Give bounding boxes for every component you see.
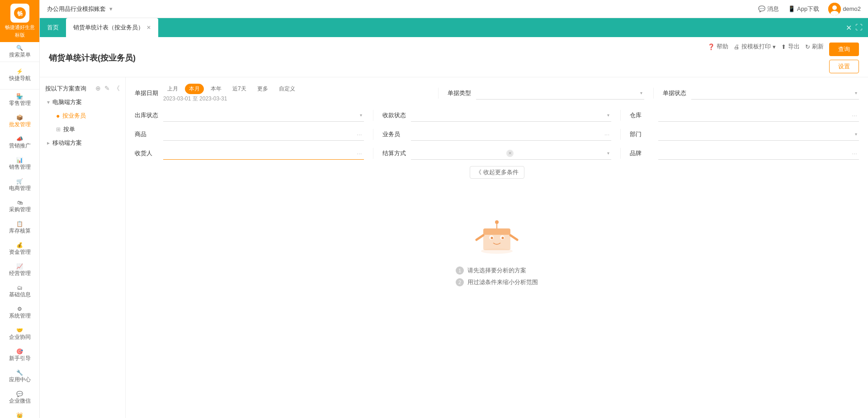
print-dropdown-icon: ▾ [773,43,776,50]
warehouse-select[interactable]: ··· [658,109,859,122]
tree-item-order-label: 按单 [63,125,75,133]
settle-clear-btn[interactable]: ✕ [506,150,514,157]
sidebar-item-label: 营销推广 [9,142,31,150]
sidebar-item-appcenter[interactable]: 🔧 应用中心 [0,366,39,387]
add-scheme-icon[interactable]: ⊕ [95,85,101,93]
sidebar-item-collab[interactable]: 🤝 企业协同 [0,323,39,345]
query-button[interactable]: 查询 [829,43,859,56]
sidebar-item-inventory[interactable]: 📋 库存核算 [0,217,39,238]
workwechat-icon: 💬 [16,391,23,397]
sidebar-item-ops[interactable]: 📈 经营管理 [0,260,39,281]
message-btn[interactable]: 💬 消息 [758,5,779,13]
template-print-label: 按模板打印 [741,43,771,51]
date-btn-thismonth[interactable]: 本月 [185,84,204,94]
topbar: 办公用品行业模拟账套 ▾ 💬 消息 📱 App下载 demo2 [40,0,868,18]
filter-salesperson: 业务员 ··· [382,128,612,141]
tree-children-pc: ● 按业务员 ⊞ 按单 [40,109,125,136]
sidebar-item-basicinfo[interactable]: 🗂 基础信息 [0,281,39,302]
receiver-dots[interactable]: ··· [357,150,362,157]
sidebar-item-member[interactable]: 👑 畅会员 [0,408,39,418]
sidebar-item-label: 零售管理 [9,100,31,107]
sidebar-item-search[interactable]: 🔍 搜索菜单 [0,42,39,62]
settings-button[interactable]: 设置 [829,60,859,73]
salesperson-dots[interactable]: ··· [604,131,610,138]
receiver-select[interactable]: ··· [163,147,364,160]
sidebar-item-workwechat[interactable]: 💬 企业微信 [0,387,39,408]
tabbar-actions: ✕ ⛶ [846,24,868,32]
sidebar-item-purchase[interactable]: 🛍 采购管理 [0,196,39,217]
tab-report[interactable]: 销货单统计表（按业务员） ✕ [66,18,158,37]
tree-item-by-salesperson[interactable]: ● 按业务员 [52,109,125,123]
filter-docstatus: 单据状态 [663,87,859,100]
tree-item-by-order[interactable]: ⊞ 按单 [52,123,125,136]
dept-label: 部门 [630,130,655,138]
logo-subtext: 标版 [15,32,25,38]
tree-item-mobile-label: 移动端方案 [52,139,82,147]
sidebar-item-sales[interactable]: 📊 销售管理 [0,153,39,175]
filter-row-1: 单据日期 上月 本月 本年 近7天 更多 自定义 2023-03-01 至 20… [135,84,859,103]
sidebar-item-system[interactable]: ⚙ 系统管理 [0,302,39,323]
svg-point-3 [832,5,837,10]
edit-scheme-icon[interactable]: ✎ [104,85,110,93]
app-download-btn[interactable]: 📱 App下载 [788,5,819,13]
receiptstatus-select[interactable] [411,109,612,122]
salesperson-select[interactable]: ··· [411,128,612,141]
dept-select[interactable] [658,128,859,141]
topbar-right: 💬 消息 📱 App下载 demo2 [758,3,861,15]
date-btn-thisyear[interactable]: 本年 [207,84,226,94]
tab-close-icon[interactable]: ✕ [146,24,151,31]
sidebar-logo[interactable]: 畅 畅捷通好生意 标版 [0,0,39,42]
maximize-btn[interactable]: ⛶ [855,24,863,32]
tabbar: 首页 销货单统计表（按业务员） ✕ ✕ ⛶ [40,18,868,37]
basicinfo-icon: 🗂 [17,285,23,291]
date-btn-lastmonth[interactable]: 上月 [163,84,182,94]
date-label: 单据日期 [135,89,160,97]
settle-select[interactable]: ✕ [411,147,612,160]
finance-icon: 💰 [16,242,23,248]
close-tab-btn[interactable]: ✕ [846,24,852,32]
doctype-select[interactable] [476,87,644,100]
current-company[interactable]: 办公用品行业模拟账套 [47,5,106,13]
tree-expand-mobile-icon: ▸ [47,140,50,146]
refresh-btn[interactable]: ↻ 刷新 [805,43,824,51]
brand-dots[interactable]: ··· [852,150,857,157]
export-btn[interactable]: ⬆ 导出 [781,43,800,51]
page-action-col: 查询 设置 [829,43,859,73]
left-panel-icons: ⊕ ✎ [95,85,120,93]
goods-dots[interactable]: ··· [357,131,362,138]
date-btn-custom[interactable]: 自定义 [275,84,299,94]
template-print-btn[interactable]: 🖨 按模板打印 ▾ [734,43,776,51]
goods-select[interactable]: ··· [163,128,364,141]
outstatus-select[interactable] [163,109,364,122]
tree-item-pc[interactable]: ▾ 电脑端方案 [40,95,125,109]
sidebar-item-retail[interactable]: 🏪 零售管理 [0,90,39,111]
filter-outstatus: 出库状态 [135,109,364,122]
filter-row-4: 收货人 ··· 结算方式 ✕ [135,147,859,160]
tab-home[interactable]: 首页 [40,18,66,37]
export-icon: ⬆ [781,43,786,50]
help-btn[interactable]: ❓ 帮助 [708,43,728,51]
logo-text: 畅捷通好生意 [5,24,35,30]
member-icon: 👑 [16,412,23,418]
dropdown-icon[interactable]: ▾ [109,5,113,12]
date-btn-more[interactable]: 更多 [253,84,272,94]
collapse-btn[interactable]: 《 收起更多条件 [470,166,524,179]
salesperson-label: 业务员 [382,130,407,138]
brand-select[interactable]: ··· [658,147,859,160]
docstatus-select[interactable] [691,87,859,100]
date-btn-7days[interactable]: 近7天 [228,84,250,94]
settle-label: 结算方式 [382,149,407,157]
sidebar-item-marketing[interactable]: 📣 营销推广 [0,132,39,153]
collapse-row: 《 收起更多条件 [135,166,859,179]
sidebar-item-wholesale[interactable]: 📦 批发管理 [0,111,39,132]
sidebar-item-finance[interactable]: 💰 资金管理 [0,238,39,260]
ops-icon: 📈 [16,263,23,270]
warehouse-dots[interactable]: ··· [852,112,857,119]
sidebar-item-newguide[interactable]: 🎯 新手引导 [0,345,39,366]
sidebar-item-quicknav[interactable]: ⚡ 快捷导航 [0,64,39,87]
sidebar-item-ecommerce[interactable]: 🛒 电商管理 [0,175,39,196]
user-profile[interactable]: demo2 [828,3,861,15]
sidebar-item-label: 企业微信 [9,397,31,405]
collapse-panel-icon[interactable] [113,85,120,93]
tree-item-mobile[interactable]: ▸ 移动端方案 [40,136,125,150]
